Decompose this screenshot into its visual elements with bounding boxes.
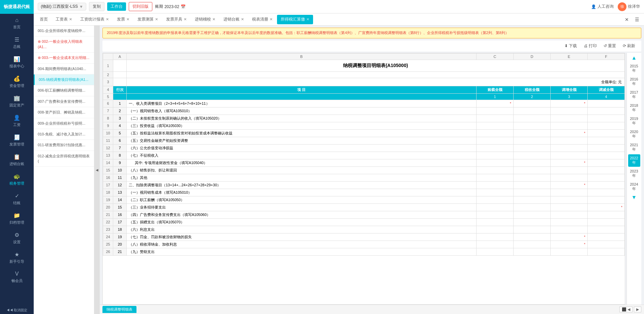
year-up-button[interactable]: ▲	[631, 54, 638, 62]
workspace-button[interactable]: 工作台	[107, 2, 126, 11]
cell-f[interactable]	[588, 233, 625, 241]
cell-e[interactable]: *	[551, 129, 588, 137]
year-item-2023[interactable]: 2023年	[628, 167, 640, 180]
sidebar-item-guide[interactable]: ★ 新手引导	[0, 248, 34, 268]
tab-close-icon[interactable]: ✕	[126, 17, 129, 22]
cell-c[interactable]	[477, 144, 514, 152]
cell-d[interactable]	[514, 152, 551, 159]
cell-e[interactable]	[551, 248, 588, 255]
cell-c[interactable]	[477, 248, 514, 255]
cell-d[interactable]	[514, 226, 551, 233]
tab-close-icon[interactable]: ✕	[155, 17, 158, 22]
cell-f[interactable]	[588, 211, 625, 218]
left-item-001[interactable]: 001-企业所得税年度纳税申...	[34, 26, 94, 36]
cell-f[interactable]	[588, 196, 625, 203]
collapse-panel-button[interactable]: ◀	[94, 26, 100, 314]
cell-d[interactable]	[514, 144, 551, 152]
year-item-2018[interactable]: 2018年	[628, 102, 640, 114]
left-item-010[interactable]: 010-免税、减计收入及加计...	[34, 129, 94, 140]
close-all-button[interactable]: ✕	[623, 16, 631, 23]
scroll-left-button[interactable]: ⬛ ◀	[619, 307, 633, 312]
cell-d[interactable]	[514, 181, 551, 189]
cell-f[interactable]	[588, 137, 625, 144]
cell-c[interactable]	[477, 107, 514, 115]
scroll-right-button[interactable]: ▶	[634, 307, 641, 312]
cell-d[interactable]	[514, 211, 551, 218]
copy-button[interactable]: 复制	[89, 2, 104, 11]
cell-d[interactable]	[514, 166, 551, 174]
tab-income-tax[interactable]: 所得税汇算缴 ✕	[277, 15, 313, 24]
cell-c[interactable]	[477, 233, 514, 241]
cell-f[interactable]	[588, 218, 625, 226]
cell-f[interactable]	[588, 189, 625, 196]
cell-d[interactable]	[514, 189, 551, 196]
tab-close-icon[interactable]: ✕	[184, 17, 187, 22]
cell-c[interactable]	[477, 152, 514, 159]
year-item-2021[interactable]: 2021年	[628, 141, 640, 154]
cell-d[interactable]	[514, 233, 551, 241]
tab-close-icon[interactable]: ✕	[69, 17, 72, 22]
sidebar-item-invoice[interactable]: 🧾 发票管理	[0, 131, 34, 150]
cell-d[interactable]	[514, 137, 551, 144]
cell-e[interactable]	[551, 152, 588, 159]
year-item-2019[interactable]: 2019年	[628, 115, 640, 127]
cell-c[interactable]	[477, 211, 514, 218]
cell-e[interactable]: *	[551, 241, 588, 248]
refresh-button[interactable]: ⟳ 刷新	[621, 42, 637, 50]
left-item-004[interactable]: 004-期间费用明细表(A1040...	[34, 64, 94, 74]
tab-tax-list[interactable]: 税表清册 ✕	[248, 15, 276, 24]
cell-d[interactable]	[514, 203, 551, 211]
support-button[interactable]: 👤 人工咨询	[591, 4, 614, 9]
tab-invoice[interactable]: 发票 ✕	[113, 15, 133, 24]
cell-d[interactable]	[514, 100, 551, 107]
sidebar-item-ledger[interactable]: ☰ 总账	[0, 33, 34, 53]
sidebar-item-member[interactable]: V 畅会员	[0, 268, 34, 287]
year-item-2024[interactable]: 2024年	[628, 181, 640, 193]
cell-f[interactable]	[588, 152, 625, 159]
cell-e[interactable]: *	[551, 233, 588, 241]
cell-c[interactable]	[477, 226, 514, 233]
sheet-tab-adjust[interactable]: 纳税调整明细表	[102, 306, 136, 313]
cell-c[interactable]	[477, 174, 514, 181]
left-item-011[interactable]: 011-研发费用加计扣除优惠...	[34, 140, 94, 151]
cell-c[interactable]: *	[477, 100, 514, 107]
left-item-002[interactable]: 002-一般企业收入明细表(A1...	[34, 36, 94, 53]
cell-d[interactable]	[514, 241, 551, 248]
old-version-button[interactable]: 切到旧版	[129, 2, 152, 11]
cell-e[interactable]	[551, 144, 588, 152]
sidebar-item-assets[interactable]: 🏢 固定资产	[0, 92, 34, 111]
sidebar-item-finance[interactable]: 💰 资金管理	[0, 72, 34, 92]
cell-c[interactable]	[477, 137, 514, 144]
cell-e[interactable]	[551, 218, 588, 226]
year-item-2015[interactable]: 2015年	[628, 62, 640, 75]
tab-payroll[interactable]: 工资表 ✕	[52, 15, 76, 24]
cell-c[interactable]	[477, 218, 514, 226]
cell-d[interactable]	[514, 159, 551, 166]
cell-f[interactable]	[588, 107, 625, 115]
cell-e[interactable]	[551, 196, 588, 203]
cell-c[interactable]	[477, 129, 514, 137]
tab-ledger[interactable]: 进销台账 ✕	[220, 15, 248, 24]
cell-d[interactable]	[514, 129, 551, 137]
cell-e[interactable]	[551, 137, 588, 144]
cell-d[interactable]	[514, 107, 551, 115]
sidebar-item-close[interactable]: ✓ 结账	[0, 189, 34, 209]
left-item-012[interactable]: 012-减免企业所得税优惠明细表(	[34, 151, 94, 167]
left-item-008[interactable]: 008-资产折旧、摊销及纳税...	[34, 107, 94, 118]
sidebar-item-archive[interactable]: 📁 归档管理	[0, 209, 34, 228]
cell-f[interactable]	[588, 129, 625, 137]
cell-e[interactable]	[551, 226, 588, 233]
year-item-2017[interactable]: 2017年	[628, 89, 640, 101]
cell-f[interactable]	[588, 166, 625, 174]
sidebar-item-tax[interactable]: 🐢 税务管理	[0, 170, 34, 189]
left-item-007[interactable]: 007-广告费和业务宣传费明...	[34, 96, 94, 107]
company-selector[interactable]: (物副) 江西股室-LSS ▼	[38, 3, 86, 10]
cell-d[interactable]	[514, 248, 551, 255]
year-item-2016[interactable]: 2016年	[628, 75, 640, 88]
unpin-button[interactable]: ◀◀ 取消固定	[0, 307, 34, 314]
tab-home[interactable]: 首页	[36, 15, 51, 24]
spreadsheet-container[interactable]: A B C D E F 1	[102, 53, 625, 305]
tab-check[interactable]: 进销稽校 ✕	[191, 15, 219, 24]
cell-d[interactable]	[514, 115, 551, 122]
sidebar-item-home[interactable]: ⌂ 首页	[0, 14, 34, 33]
